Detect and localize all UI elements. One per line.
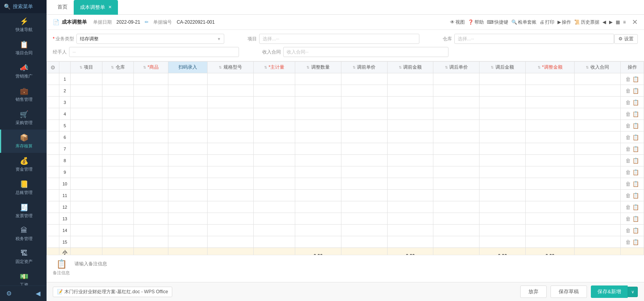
table-cell[interactable] <box>341 120 387 131</box>
table-cell[interactable] <box>71 97 102 108</box>
table-cell[interactable] <box>168 178 207 190</box>
sidebar-item-fund-mgmt[interactable]: 💰 资金管理 <box>0 153 47 176</box>
table-cell[interactable] <box>480 143 526 155</box>
table-cell[interactable] <box>134 166 168 178</box>
sidebar-item-ledger-mgmt[interactable]: 📒 总账管理 <box>0 176 47 199</box>
table-cell[interactable] <box>341 201 387 213</box>
delete-row-button[interactable]: 🗑 <box>625 123 631 129</box>
table-cell[interactable] <box>433 201 480 213</box>
table-cell[interactable] <box>387 120 433 131</box>
table-cell[interactable] <box>253 213 295 225</box>
table-cell[interactable] <box>480 166 526 178</box>
table-cell[interactable] <box>526 236 575 248</box>
table-cell[interactable] <box>526 178 575 190</box>
warehouse-dots[interactable]: ··· <box>471 37 474 41</box>
table-cell[interactable] <box>341 166 387 178</box>
table-cell[interactable] <box>387 85 433 97</box>
table-cell[interactable] <box>526 166 575 178</box>
table-cell[interactable] <box>526 120 575 131</box>
table-cell[interactable] <box>433 97 480 108</box>
help-action[interactable]: ❓ 帮助 <box>468 19 484 26</box>
review-action[interactable]: 🔍 检单套账 <box>511 19 537 26</box>
table-cell[interactable] <box>480 85 526 97</box>
table-cell[interactable] <box>387 155 433 166</box>
table-cell[interactable] <box>480 190 526 201</box>
warehouse-input[interactable]: 选择... ··· <box>454 34 614 44</box>
table-cell[interactable] <box>168 190 207 201</box>
table-cell[interactable] <box>387 201 433 213</box>
table-cell[interactable] <box>207 225 253 236</box>
copy-row-button[interactable]: 📋 <box>632 134 639 140</box>
table-cell[interactable] <box>575 201 621 213</box>
table-cell[interactable] <box>341 97 387 108</box>
table-cell[interactable] <box>207 201 253 213</box>
table-cell[interactable] <box>387 178 433 190</box>
copy-row-button[interactable]: 📋 <box>632 123 639 129</box>
table-cell[interactable] <box>134 131 168 143</box>
delete-row-button[interactable]: 🗑 <box>625 216 631 222</box>
table-cell[interactable] <box>253 108 295 120</box>
table-cell[interactable] <box>387 97 433 108</box>
table-cell[interactable] <box>71 190 102 201</box>
table-cell[interactable] <box>341 108 387 120</box>
tab-close-button[interactable]: ✕ <box>108 5 112 10</box>
table-cell[interactable] <box>433 166 480 178</box>
table-cell[interactable] <box>207 143 253 155</box>
table-cell[interactable] <box>341 236 387 248</box>
table-cell[interactable] <box>134 97 168 108</box>
table-cell[interactable] <box>102 108 133 120</box>
sidebar-item-invoice-mgmt[interactable]: 🧾 发票管理 <box>0 199 47 223</box>
table-cell[interactable] <box>253 190 295 201</box>
delete-row-button[interactable]: 🗑 <box>625 157 631 164</box>
table-cell[interactable] <box>71 155 102 166</box>
table-cell[interactable] <box>526 155 575 166</box>
delete-row-button[interactable]: 🗑 <box>625 204 631 210</box>
table-cell[interactable] <box>102 190 133 201</box>
delete-row-button[interactable]: 🗑 <box>625 88 631 94</box>
table-cell[interactable] <box>526 213 575 225</box>
table-cell[interactable] <box>295 213 341 225</box>
biz-type-input[interactable]: 结存调整 ▼ <box>76 34 225 44</box>
form-close-button[interactable]: ✕ <box>632 18 638 26</box>
table-cell[interactable] <box>526 73 575 85</box>
copy-row-button[interactable]: 📋 <box>632 204 639 210</box>
table-cell[interactable] <box>433 85 480 97</box>
table-cell[interactable] <box>71 236 102 248</box>
sidebar-item-inventory-calc[interactable]: 📦 库存核算 <box>0 130 47 153</box>
table-cell[interactable] <box>253 201 295 213</box>
table-cell[interactable] <box>134 143 168 155</box>
sidebar-search[interactable]: 🔍 搜索菜单 <box>0 0 47 13</box>
income-contract-dots[interactable]: ··· <box>305 50 308 54</box>
table-cell[interactable] <box>253 73 295 85</box>
table-cell[interactable] <box>387 131 433 143</box>
copy-row-button[interactable]: 📋 <box>632 111 639 117</box>
delete-row-button[interactable]: 🗑 <box>625 239 631 245</box>
table-cell[interactable] <box>433 120 480 131</box>
table-cell[interactable] <box>433 131 480 143</box>
table-cell[interactable] <box>253 85 295 97</box>
table-cell[interactable] <box>295 155 341 166</box>
sidebar-item-sales-mgmt[interactable]: 💼 销售管理 <box>0 83 47 106</box>
table-cell[interactable] <box>168 155 207 166</box>
handler-dots[interactable]: ··· <box>73 50 76 54</box>
table-cell[interactable] <box>433 108 480 120</box>
table-cell[interactable] <box>71 108 102 120</box>
table-cell[interactable] <box>341 155 387 166</box>
table-cell[interactable] <box>387 213 433 225</box>
table-cell[interactable] <box>168 236 207 248</box>
table-cell[interactable] <box>433 155 480 166</box>
table-cell[interactable] <box>526 225 575 236</box>
table-cell[interactable] <box>575 143 621 155</box>
table-cell[interactable] <box>526 97 575 108</box>
table-cell[interactable] <box>207 155 253 166</box>
table-cell[interactable] <box>575 190 621 201</box>
table-cell[interactable] <box>207 213 253 225</box>
table-cell[interactable] <box>134 178 168 190</box>
copy-row-button[interactable]: 📋 <box>632 239 639 245</box>
table-cell[interactable] <box>295 108 341 120</box>
collapse-icon[interactable]: ◀ <box>36 290 40 297</box>
copy-row-button[interactable]: 📋 <box>632 76 639 82</box>
copy-row-button[interactable]: 📋 <box>632 146 639 152</box>
table-cell[interactable] <box>433 236 480 248</box>
table-cell[interactable] <box>341 85 387 97</box>
